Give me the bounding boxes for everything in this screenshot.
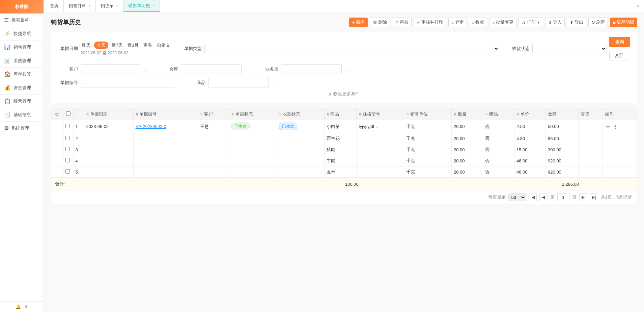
checkbox-cell[interactable] <box>63 144 73 155</box>
import-button[interactable]: ⬇ 导入 <box>545 18 565 27</box>
doc-no-column-header[interactable]: ⇅ 单据编号 <box>133 108 198 120</box>
qty-column-header[interactable]: ⇅ 数量 <box>451 108 483 120</box>
sidebar-item-quick-nav[interactable]: ⚡ 快捷导航 <box>0 27 44 41</box>
tab-sales-order[interactable]: 销售订单 × <box>64 0 96 12</box>
row-checkbox[interactable] <box>65 124 70 128</box>
print-button[interactable]: 🖨 打印 ▼ <box>519 18 543 27</box>
gear-column-header[interactable]: ⚙ <box>51 108 63 120</box>
tab-sales-order-close[interactable]: × <box>89 4 91 8</box>
notification-icon[interactable]: 🔔 <box>16 304 21 309</box>
checkbox-cell[interactable] <box>63 120 73 133</box>
abandon-button[interactable]: ○ 弃审 <box>448 18 467 27</box>
action-cell[interactable] <box>603 133 637 144</box>
prev-page-button[interactable]: ◀ <box>539 193 548 201</box>
show-detail-button[interactable]: ■ 显示明细 <box>610 18 637 27</box>
sales-rep-input[interactable] <box>281 64 342 74</box>
doc-status-cell <box>229 155 277 166</box>
edit-action[interactable]: ✏ <box>605 123 612 130</box>
doc-no-cell[interactable] <box>133 166 198 178</box>
shortcut-yesterday[interactable]: 昨天 <box>81 42 92 49</box>
first-page-button[interactable]: |◀ <box>529 193 537 201</box>
goods-input[interactable] <box>208 78 269 87</box>
checkbox-cell[interactable] <box>63 133 73 144</box>
add-button[interactable]: + 新增 <box>349 18 368 27</box>
select-all-checkbox[interactable] <box>66 111 71 116</box>
sidebar-item-sys-mgmt[interactable]: ⚙ 系统管理 <box>0 122 44 135</box>
unit-cell: 千克 <box>404 144 452 155</box>
spec-column-header[interactable]: ⇅ 规格型号 <box>357 108 404 120</box>
tab-sales-goods-close[interactable]: × <box>116 4 118 8</box>
last-page-button[interactable]: ▶| <box>590 193 598 201</box>
sidebar-item-sales-mgmt[interactable]: 📊 销售管理 <box>0 41 44 54</box>
refresh-button[interactable]: ↻ 刷新 <box>588 18 608 27</box>
checkbox-cell[interactable] <box>63 166 73 178</box>
sidebar-item-finance[interactable]: 💰 资金管理 <box>0 81 44 95</box>
doc-no-cell[interactable] <box>133 144 198 155</box>
tab-sales-goods-history-close[interactable]: × <box>153 4 155 7</box>
goods-column-header[interactable]: ⇅ 商品 <box>324 108 357 120</box>
customer-input[interactable] <box>81 64 141 74</box>
amount-cell: 96.00 <box>546 133 579 144</box>
gift-column-header[interactable]: ⇅ 赠品 <box>483 108 514 120</box>
action-cell[interactable]: ✏⋮ <box>603 120 637 133</box>
shortcut-7days[interactable]: 近7天 <box>110 42 124 49</box>
more-action[interactable]: ⋮ <box>612 123 619 130</box>
collect-status-column-header[interactable]: ⇅ 收款状态 <box>277 108 324 120</box>
sidebar-item-label: 采购管理 <box>13 58 31 64</box>
shortcut-1month[interactable]: 近1月 <box>126 42 140 49</box>
collect-status-select[interactable] <box>532 44 607 53</box>
tab-sales-goods[interactable]: 销货单 × <box>96 0 123 12</box>
doc-no-cell[interactable]: SA-20230602-0 <box>133 120 198 133</box>
amount-column-header[interactable]: 金额 <box>546 108 579 120</box>
next-page-button[interactable]: ▶ <box>579 193 587 201</box>
audit-button[interactable]: ✓ 审核 <box>392 18 412 27</box>
pause-icon[interactable]: ⏸ <box>24 304 28 309</box>
delete-button[interactable]: 🗑 删除 <box>370 18 390 27</box>
doc-no-cell[interactable] <box>133 155 198 166</box>
doc-type-select[interactable] <box>204 44 499 53</box>
tabs-close-all[interactable]: × <box>633 3 643 9</box>
sales-rep-picker[interactable]: ... <box>344 67 348 72</box>
action-cell[interactable] <box>603 166 637 178</box>
query-button[interactable]: 查询 <box>609 37 630 47</box>
shortcut-custom[interactable]: 自定义 <box>156 42 171 49</box>
page-input[interactable] <box>557 193 569 201</box>
sidebar-item-base-info[interactable]: 📑 基础信息 <box>0 108 44 122</box>
row-checkbox[interactable] <box>65 136 70 140</box>
warehouse-input[interactable] <box>181 64 242 74</box>
collect-button[interactable]: ○ 收款 <box>469 18 487 27</box>
sidebar-item-search-menu[interactable]: ☰ 搜索菜单 <box>0 14 44 27</box>
price-column-header[interactable]: ⇅ 单价 <box>514 108 546 120</box>
shortcut-today[interactable]: 今天 <box>94 42 108 49</box>
action-cell[interactable] <box>603 155 637 166</box>
goods-picker[interactable]: ... <box>272 80 275 85</box>
collapse-button[interactable]: ∧ 收起更多条件 <box>58 89 630 98</box>
export-button[interactable]: ⬆ 导出 <box>567 18 586 27</box>
tab-sales-goods-history[interactable]: 销货单历史 × <box>123 0 160 12</box>
doc-no-link[interactable]: SA-20230602-0 <box>136 124 166 129</box>
sidebar-item-inventory[interactable]: 🏠 库存核算 <box>0 68 44 81</box>
doc-no-input[interactable] <box>81 78 175 87</box>
customer-column-header[interactable]: ⇅ 客户 <box>198 108 229 120</box>
doc-date-column-header[interactable]: ⇅ 单据日期 <box>84 108 133 120</box>
customer-picker[interactable]: ... <box>144 67 148 72</box>
doc-no-cell[interactable] <box>133 133 198 144</box>
page-size-select[interactable]: 50 100 <box>508 193 526 201</box>
sidebar-item-purchase-mgmt[interactable]: 🛒 采购管理 <box>0 54 44 68</box>
spec-cell <box>357 155 404 166</box>
settings-button[interactable]: 设置 <box>609 51 628 60</box>
audit-print-button[interactable]: ✓ 审核并打印 <box>414 18 446 27</box>
row-checkbox[interactable] <box>65 169 70 174</box>
unit-column-header[interactable]: ⇅ 销售单位 <box>404 108 452 120</box>
doc-status-column-header[interactable]: ⇅ 单据状态 <box>229 108 277 120</box>
row-checkbox[interactable] <box>65 158 70 162</box>
num-cell: 5 <box>73 166 84 178</box>
batch-change-button[interactable]: ○ 批量变更 <box>489 18 516 27</box>
checkbox-cell[interactable] <box>63 155 73 166</box>
action-cell[interactable] <box>603 144 637 155</box>
tab-home[interactable]: 首页 <box>45 0 64 12</box>
sidebar-item-operations[interactable]: 📋 经营管理 <box>0 95 44 108</box>
shortcut-more[interactable]: 更多 <box>142 42 153 49</box>
warehouse-picker[interactable]: ... <box>244 67 248 72</box>
row-checkbox[interactable] <box>65 147 70 151</box>
